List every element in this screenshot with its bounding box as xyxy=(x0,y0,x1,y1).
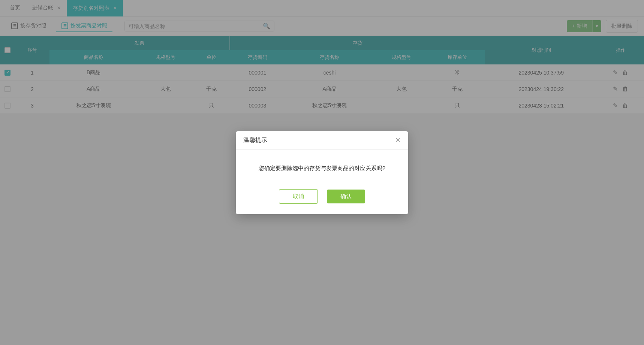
overlay: 温馨提示 ✕ 您确定要删除选中的存货与发票商品的对应关系吗? 取消 确认 xyxy=(0,0,644,114)
